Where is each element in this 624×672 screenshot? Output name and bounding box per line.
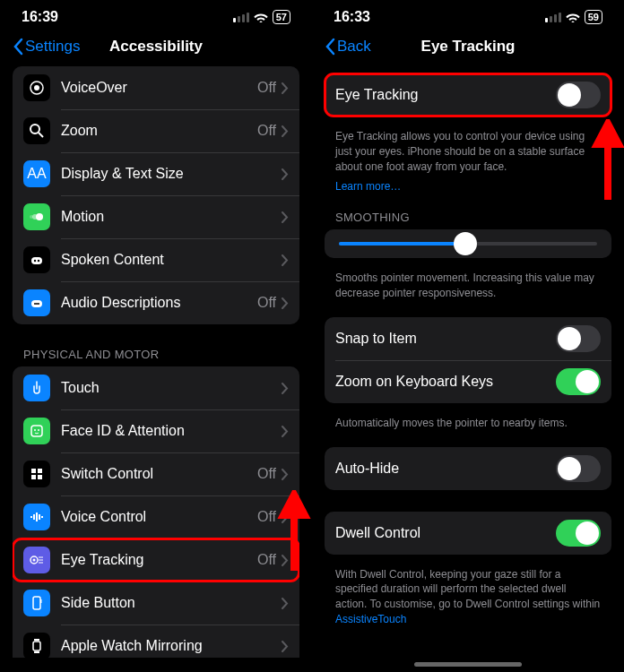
voicec-row[interactable]: Voice ControlOff — [13, 495, 299, 538]
svg-rect-31 — [34, 639, 39, 641]
svg-line-3 — [39, 133, 43, 137]
spoken-row[interactable]: Spoken Content — [13, 238, 299, 281]
row-label: Dwell Control — [335, 525, 556, 541]
row-label: Voice Control — [61, 509, 257, 525]
wifi-icon — [566, 12, 580, 22]
touch-icon — [23, 375, 50, 401]
svg-rect-17 — [38, 475, 42, 479]
zoom-keys-toggle[interactable] — [556, 368, 601, 395]
nav-bar: Back Eye Tracking — [312, 30, 624, 66]
status-indicators: 59 — [545, 10, 602, 24]
vision-group: VoiceOverOffZoomOffAADisplay & Text Size… — [13, 66, 299, 324]
svg-rect-19 — [33, 514, 35, 520]
row-label: Audio Descriptions — [61, 295, 257, 311]
row-label: Display & Text Size — [61, 166, 282, 182]
svg-point-8 — [34, 260, 36, 262]
eye-tracking-toggle-group: Eye Tracking — [325, 73, 611, 116]
side-icon — [23, 590, 50, 616]
audio-row[interactable]: Audio DescriptionsOff — [13, 281, 299, 324]
back-button[interactable]: Settings — [13, 38, 80, 56]
smoothing-slider[interactable] — [339, 242, 597, 246]
motor-group: TouchFace ID & AttentionSwitch ControlOf… — [13, 366, 299, 658]
learn-more-link[interactable]: Learn more… — [325, 174, 611, 194]
eye-tracking-toggle[interactable] — [556, 82, 601, 108]
svg-rect-28 — [33, 597, 40, 609]
snap-toggle[interactable] — [556, 325, 601, 352]
motion-row[interactable]: Motion — [13, 195, 299, 238]
auto-hide-toggle[interactable] — [556, 455, 601, 482]
row-label: Auto-Hide — [335, 461, 556, 477]
svg-point-12 — [34, 429, 36, 431]
voiceover-row[interactable]: VoiceOverOff — [13, 66, 299, 109]
eye-tracking-description: Eye Tracking allows you to control your … — [325, 124, 611, 174]
chevron-right-icon — [282, 82, 289, 94]
zoom-row[interactable]: ZoomOff — [13, 109, 299, 152]
faceid-row[interactable]: Face ID & Attention — [13, 409, 299, 452]
nav-bar: Settings Accessibility — [0, 30, 312, 66]
annotation-arrow-icon — [590, 119, 624, 204]
smoothing-header: SMOOTHING — [325, 194, 611, 229]
svg-rect-29 — [40, 599, 42, 603]
page-title: Accessibility — [109, 38, 203, 56]
dwell-toggle[interactable] — [556, 520, 601, 547]
svg-rect-20 — [36, 513, 38, 521]
dwell-control-row[interactable]: Dwell Control — [325, 512, 611, 555]
auto-hide-row[interactable]: Auto-Hide — [325, 447, 611, 490]
row-status: Off — [257, 466, 276, 482]
row-status: Off — [257, 123, 276, 139]
chevron-right-icon — [282, 598, 289, 609]
chevron-right-icon — [282, 125, 289, 137]
status-time: 16:39 — [22, 9, 58, 25]
eye-row[interactable]: Eye TrackingOff — [13, 538, 299, 582]
annotation-arrow-icon — [276, 490, 312, 575]
cell-signal-icon — [233, 13, 249, 22]
switch-icon — [23, 461, 50, 487]
row-label: Switch Control — [61, 466, 257, 482]
chevron-left-icon — [13, 38, 23, 56]
svg-rect-18 — [30, 516, 32, 518]
chevron-right-icon — [282, 168, 289, 180]
svg-rect-22 — [41, 516, 43, 518]
voicec-icon — [23, 504, 50, 530]
row-label: Snap to Item — [335, 331, 556, 347]
row-label: VoiceOver — [61, 80, 257, 96]
chevron-right-icon — [282, 469, 289, 480]
display-row[interactable]: AADisplay & Text Size — [13, 152, 299, 195]
spoken-icon — [23, 246, 50, 273]
svg-point-6 — [30, 215, 33, 219]
chevron-right-icon — [282, 383, 289, 394]
row-label: Eye Tracking — [61, 552, 257, 568]
zoom-keys-row[interactable]: Zoom on Keyboard Keys — [325, 360, 611, 403]
row-status: Off — [257, 509, 276, 525]
row-status: Off — [257, 295, 276, 311]
eye-tracking-screen: 16:33 59 Back Eye Tracking Eye Tracking … — [312, 0, 624, 672]
cell-signal-icon — [545, 13, 561, 22]
status-bar: 16:39 57 — [0, 0, 312, 30]
row-label: Eye Tracking — [335, 87, 556, 103]
eye-tracking-row[interactable]: Eye Tracking — [325, 73, 611, 116]
chevron-right-icon — [282, 254, 289, 266]
wifi-icon — [254, 12, 268, 22]
chevron-right-icon — [282, 641, 289, 652]
assistivetouch-link[interactable]: AssistiveTouch — [335, 613, 406, 625]
voiceover-icon — [23, 74, 50, 101]
back-button[interactable]: Back — [325, 38, 371, 56]
touch-row[interactable]: Touch — [13, 366, 299, 409]
chevron-right-icon — [282, 426, 289, 437]
page-title: Eye Tracking — [421, 38, 516, 56]
switch-row[interactable]: Switch ControlOff — [13, 452, 299, 495]
autohide-group: Auto-Hide — [325, 447, 611, 490]
svg-point-9 — [38, 260, 39, 262]
row-status: Off — [257, 80, 276, 96]
side-row[interactable]: Side Button — [13, 582, 299, 625]
row-label: Zoom on Keyboard Keys — [335, 374, 556, 390]
snap-description: Automatically moves the pointer to nearb… — [325, 410, 611, 431]
snap-to-item-row[interactable]: Snap to Item — [325, 317, 611, 360]
row-label: Spoken Content — [61, 252, 282, 268]
row-status: Off — [257, 552, 276, 568]
svg-rect-32 — [34, 651, 39, 653]
svg-rect-15 — [38, 469, 42, 473]
chevron-left-icon — [325, 38, 335, 56]
watch-row[interactable]: Apple Watch Mirroring — [13, 625, 299, 658]
svg-point-24 — [33, 559, 36, 562]
